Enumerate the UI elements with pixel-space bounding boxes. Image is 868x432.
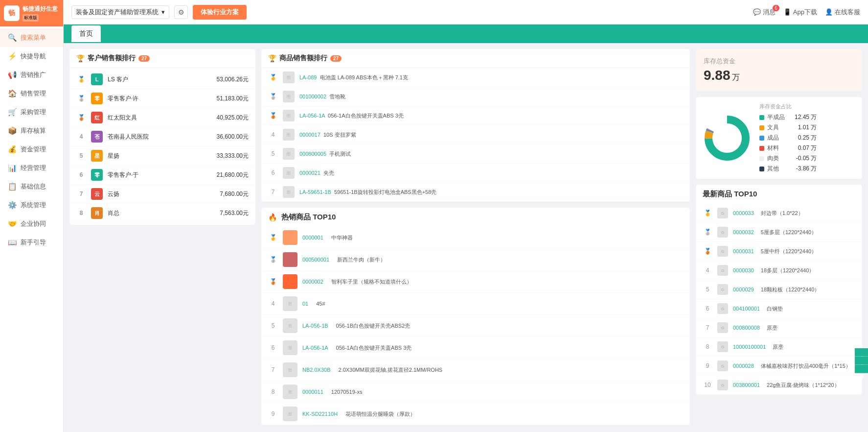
- prod-img: 图: [283, 91, 295, 102]
- nav-icon-8: 📋: [8, 182, 17, 191]
- rank-number: 7: [76, 191, 86, 197]
- nav-item-7[interactable]: 📊经营管理: [0, 159, 63, 177]
- legend-value: 0.07 万: [798, 144, 817, 152]
- trophy2-icon: 🏆: [268, 54, 276, 62]
- new-name: 5厘中纤（1220*2440）: [761, 248, 855, 255]
- nav-item-8[interactable]: 📋基础信息: [0, 177, 63, 196]
- new-name: 封边带（1.0*22）: [761, 210, 855, 217]
- product-ranking-title: 🏆 商品销售额排行 27: [261, 49, 690, 68]
- rank-amount: 36,600.00元: [217, 133, 249, 141]
- hot-prod-placeholder: 图: [283, 318, 297, 333]
- nav-icon-7: 📊: [8, 164, 17, 172]
- customer-ranking-card: 🏆 客户销售额排行 27 🥇 L LS 客户 53,006.26元 🥈 零 零售…: [69, 49, 255, 225]
- nav-icon-2: 📢: [8, 71, 17, 79]
- hot-name: 2.0X30MM双搓花轴,搓花直径2.1MM/ROHS: [338, 366, 442, 374]
- product-rank-item: 🥉 图 LA-056-1A 056-1A白色按键开关盖ABS 3壳: [261, 106, 690, 125]
- new-product-item: 8 G 10000100001 原垄: [696, 337, 862, 357]
- app-download-btn[interactable]: 📱 App下载: [783, 8, 817, 17]
- product-ranking-card: 🏆 商品销售额排行 27 🥇 图 LA-089 电池盖 LA-089 ABS本色…: [261, 49, 690, 202]
- legend-name: 其他: [767, 165, 793, 173]
- nav-icon-3: 🏠: [8, 89, 17, 98]
- nav-icon-1: ⚡: [8, 52, 17, 61]
- customer-rank-item: 5 星 星扬 33,333.00元: [69, 146, 255, 166]
- new-rank-num: 🥉: [703, 248, 712, 255]
- prod-img: 图: [283, 110, 295, 121]
- prod-info: 001000002 雪地靴: [299, 93, 683, 100]
- legend-item: 其他 -3.86 万: [759, 165, 817, 173]
- prod-info: 0000017 10S 变扭罗紫: [299, 131, 683, 139]
- nav-item-10[interactable]: 🤝企业协同: [0, 215, 63, 233]
- logo-title: 畅捷通好生意: [23, 5, 58, 13]
- rank-amount: 21,680.00元: [217, 171, 249, 179]
- nav-item-5[interactable]: 📦库存核算: [0, 121, 63, 140]
- nav-item-9[interactable]: ⚙️系统管理: [0, 196, 63, 215]
- hot-code: 000500001: [302, 257, 329, 263]
- left-column: 🏆 客户销售额排行 27 🥇 L LS 客户 53,006.26元 🥈 零 零售…: [69, 49, 255, 426]
- service-label: 在线客服: [835, 8, 860, 17]
- prod-img: 图: [283, 186, 295, 198]
- system-selector[interactable]: 装备及固定资产辅助管理系统 ▾: [71, 5, 169, 19]
- new-rank-num: 6: [703, 305, 712, 312]
- new-product-item: 9 G 0000028 体械嘉枚味苏打饮品400毫升（1*15）: [696, 357, 862, 376]
- hot-code: 0000001: [302, 235, 323, 240]
- hot-name: 新西兰牛肉（新牛）: [337, 256, 386, 264]
- hot-code: NB2.0X30B: [302, 367, 330, 373]
- nav-item-1[interactable]: ⚡快捷导航: [0, 47, 63, 66]
- legend-item: 肉类 -0.05 万: [759, 154, 817, 163]
- new-code: 0000028: [733, 363, 754, 369]
- rank-avatar: 红: [91, 112, 103, 123]
- prod-rank-num: 7: [268, 189, 278, 195]
- message-btn[interactable]: 💬 消息 6: [753, 8, 776, 17]
- rank-name: 红太阳文具: [108, 114, 212, 122]
- nav-item-2[interactable]: 📢营销推广: [0, 66, 63, 84]
- hot-rank-num: 6: [268, 344, 278, 351]
- hot-prod-item: 4 图 01 45#: [261, 293, 690, 315]
- nav-icon-0: 🔍: [8, 33, 17, 42]
- logo-badge: 标准版: [23, 14, 39, 22]
- new-products-card: 最新商品 TOP10 🥇 G 0000033 封边带（1.0*22） 🥈 G 0…: [696, 185, 862, 395]
- float-btn-1[interactable]: 服务社区: [855, 357, 868, 365]
- online-service-btn[interactable]: 👤 在线客服: [825, 8, 860, 17]
- hot-code: LA-056-1B: [302, 323, 328, 329]
- hot-rank-num: 8: [268, 388, 278, 395]
- inventory-amount-row: 9.88 万: [704, 68, 854, 83]
- nav-item-6[interactable]: 💰资金管理: [0, 140, 63, 159]
- inventory-legend: 半成品 12.45 万 文具 1.01 万 成品 0.25 万 材料 0.07 …: [759, 113, 817, 173]
- hot-prod-item: 🥈 000500001 新西兰牛肉（新牛）: [261, 249, 690, 271]
- hot-name: 花语萌恒温分腿睡袋（厚款）: [345, 410, 415, 418]
- nav-item-11[interactable]: 📖新手引导: [0, 233, 63, 252]
- legend-name: 半成品: [767, 113, 792, 121]
- rank-name: LS 客户: [108, 75, 212, 84]
- new-name: 原垄: [773, 343, 855, 351]
- nav-item-3[interactable]: 🏠销售管理: [0, 84, 63, 103]
- message-badge: 6: [773, 5, 779, 11]
- nav-label-7: 经营管理: [21, 164, 46, 172]
- prod-rank-num: 🥉: [268, 112, 278, 119]
- logo-area: 畅 畅捷通好生意 标准版: [0, 0, 63, 26]
- customer-rank-item: 🥇 L LS 客户 53,006.26元: [69, 70, 255, 89]
- new-name: 白钢垫: [767, 305, 855, 312]
- nav-item-0[interactable]: 🔍搜索菜单: [0, 28, 63, 47]
- new-code: 0000030: [733, 267, 754, 273]
- new-prod-img: G: [717, 322, 728, 333]
- hot-prod-thumbnail: [283, 274, 297, 289]
- product-rank-item: 6 图 0000021 夹壳: [261, 164, 690, 183]
- gear-button[interactable]: ⚙: [174, 5, 188, 19]
- nav-item-4[interactable]: 🛒采购管理: [0, 103, 63, 121]
- nav-icon-5: 📦: [8, 126, 17, 135]
- product-rank-item: 4 图 0000017 10S 变扭罗紫: [261, 125, 690, 144]
- topbar: 装备及固定资产辅助管理系统 ▾ ⚙ 体验行业方案 💬 消息 6 📱 App下载 …: [64, 0, 868, 24]
- trial-button[interactable]: 体验行业方案: [193, 5, 247, 20]
- nav-label-4: 采购管理: [21, 108, 46, 117]
- rank-avatar: 云: [91, 188, 103, 200]
- nav-label-11: 新手引导: [21, 238, 46, 247]
- tab-home[interactable]: 首页: [71, 25, 101, 42]
- logo-icon: 畅: [4, 5, 20, 21]
- float-btn-0[interactable]: 客服热线: [855, 348, 868, 357]
- float-btn-2[interactable]: 直播: [855, 365, 868, 373]
- prod-img: 图: [283, 72, 295, 83]
- rank-name: 零售客户·于: [108, 171, 212, 179]
- customer-ranking-title: 🏆 客户销售额排行 27: [69, 49, 255, 68]
- rank-avatar: 星: [91, 150, 103, 162]
- new-rank-num: 7: [703, 324, 712, 331]
